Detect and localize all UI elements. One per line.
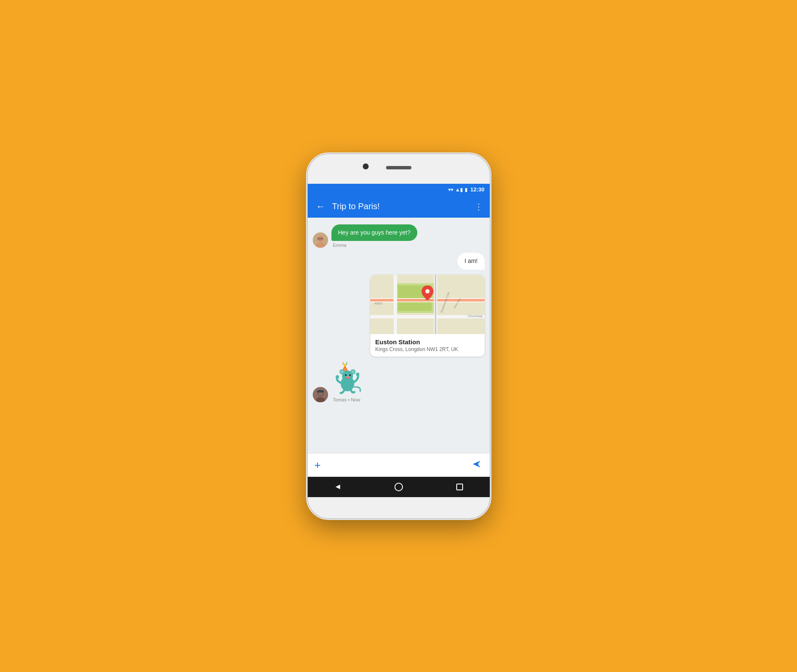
recents-nav-button[interactable]: [456, 484, 463, 490]
phone-device: ▾▾ ▲▮ ▮ 12:30 ← Trip to Paris! ⋮: [308, 154, 490, 518]
outgoing-message-bubble: I am!: [458, 253, 484, 270]
send-button[interactable]: [470, 458, 483, 472]
phone-top-hardware: [308, 154, 490, 184]
svg-text:Churchway: Churchway: [468, 315, 483, 318]
phone-screen: ▾▾ ▲▮ ▮ 12:30 ← Trip to Paris! ⋮: [308, 184, 490, 497]
location-card[interactable]: Drummond Cres Doric Way Churchway A501 E…: [370, 275, 485, 357]
add-content-button[interactable]: +: [314, 459, 321, 470]
svg-point-21: [425, 289, 430, 293]
outgoing-message-row: I am!: [458, 253, 484, 270]
home-nav-button[interactable]: [394, 483, 403, 491]
tomas-sender-label: Tomas • Now: [331, 397, 365, 402]
avatar-emma: [313, 232, 328, 248]
earpiece-speaker: [386, 166, 411, 169]
status-bar: ▾▾ ▲▮ ▮ 12:30: [308, 184, 490, 196]
chat-area: Hey are you guys here yet? Emma I am!: [308, 218, 490, 453]
more-options-button[interactable]: ⋮: [473, 200, 485, 213]
back-button[interactable]: ←: [313, 199, 329, 214]
svg-point-41: [336, 375, 339, 379]
emma-sender-name: Emma: [331, 243, 417, 248]
tomas-sticker-wrapper: Tomas • Now: [331, 362, 365, 402]
emma-message-text: Hey are you guys here yet?: [338, 229, 411, 236]
svg-point-35: [340, 370, 344, 373]
location-info: Euston Station Kings Cross, Longdon NW1 …: [370, 334, 485, 357]
svg-point-37: [351, 370, 355, 373]
svg-text:A501: A501: [375, 301, 383, 305]
location-address: Kings Cross, Longdon NW1 2RT, UK: [375, 346, 480, 352]
status-icons: ▾▾ ▲▮ ▮: [448, 187, 468, 193]
phone-bottom-hardware: [308, 497, 490, 518]
emma-message-bubble: Hey are you guys here yet?: [331, 224, 417, 241]
outgoing-message-text: I am!: [464, 257, 477, 264]
svg-point-38: [345, 374, 347, 376]
svg-rect-14: [435, 275, 436, 334]
svg-point-42: [356, 373, 359, 376]
map-preview: Drummond Cres Doric Way Churchway A501: [370, 275, 485, 334]
wifi-icon: ▾▾: [448, 187, 453, 193]
signal-icon: ▲▮: [455, 187, 463, 193]
emma-bubble-wrapper: Hey are you guys here yet? Emma: [331, 224, 417, 248]
tomas-sticker-row: Tomas • Now: [313, 362, 365, 402]
chat-title: Trip to Paris!: [332, 202, 473, 211]
svg-point-39: [349, 374, 351, 376]
status-time: 12:30: [470, 186, 484, 193]
front-camera: [363, 163, 369, 169]
incoming-message-row: Hey are you guys here yet? Emma: [313, 224, 417, 248]
avatar-tomas: [313, 387, 328, 402]
back-nav-button[interactable]: ◄: [334, 482, 342, 491]
svg-rect-15: [394, 275, 397, 334]
nav-bar: ◄: [308, 477, 490, 497]
message-input[interactable]: [324, 461, 470, 469]
location-card-wrapper: Drummond Cres Doric Way Churchway A501 E…: [370, 275, 485, 357]
sticker-image: [331, 362, 365, 395]
input-bar: +: [308, 453, 490, 477]
location-name: Euston Station: [375, 338, 480, 346]
svg-rect-27: [317, 390, 324, 393]
battery-icon: ▮: [465, 187, 468, 193]
app-bar: ← Trip to Paris! ⋮: [308, 196, 490, 218]
